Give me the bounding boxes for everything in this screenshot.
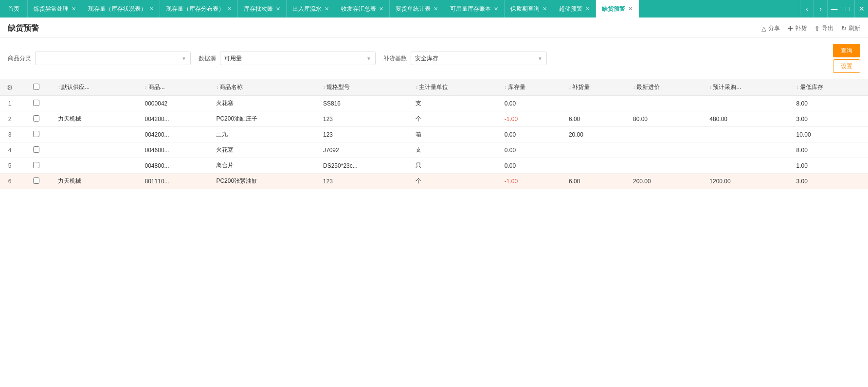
- row-checkbox-cell[interactable]: [19, 127, 53, 142]
- cell-replenish: [564, 142, 628, 158]
- tab-item-6[interactable]: 收发存汇总表✕: [335, 0, 390, 18]
- tab-item-3[interactable]: 现存量（库存分布表）✕: [160, 0, 238, 18]
- category-select[interactable]: ▼: [35, 52, 191, 65]
- window-maximize[interactable]: □: [841, 0, 854, 18]
- tab-label: 出入库流水: [292, 5, 322, 13]
- cell-min-stock: 3.00: [792, 111, 868, 127]
- query-button[interactable]: 查询: [833, 44, 860, 57]
- row-number: 1: [0, 96, 19, 111]
- datasource-filter-group: 数据源 可用量 ▼: [199, 52, 376, 65]
- sort-icon: ↕: [323, 85, 326, 90]
- cell-latest-price: [628, 127, 705, 142]
- tab-close-icon[interactable]: ✕: [434, 6, 438, 12]
- page-title: 缺货预警: [8, 23, 39, 34]
- th-replenish[interactable]: ↕补货量: [564, 79, 628, 96]
- cell-est-purchase: 1200.00: [705, 174, 791, 189]
- tab-close-icon[interactable]: ✕: [379, 6, 383, 12]
- sort-icon: ↕: [145, 85, 147, 90]
- tab-label: 现存量（库存分布表）: [166, 5, 224, 13]
- replenish-button[interactable]: ✚ 补货: [788, 24, 807, 33]
- tab-scroll-left[interactable]: ‹: [800, 0, 814, 18]
- window-close[interactable]: ✕: [854, 0, 868, 18]
- datasource-select[interactable]: 可用量 ▼: [220, 52, 376, 65]
- select-all-checkbox[interactable]: [33, 84, 39, 90]
- th-checkbox[interactable]: [19, 79, 53, 96]
- cell-spec: SS816: [318, 96, 411, 111]
- row-number: 4: [0, 142, 19, 158]
- tab-scroll-right[interactable]: ›: [814, 0, 827, 18]
- row-checkbox[interactable]: [33, 131, 39, 137]
- cell-unit: 支: [411, 142, 499, 158]
- tab-close-icon[interactable]: ✕: [149, 6, 154, 12]
- cell-goods-name: PC200张紧油缸: [211, 174, 318, 189]
- sort-icon: ↕: [709, 85, 712, 90]
- tab-item-4[interactable]: 库存批次账✕: [238, 0, 287, 18]
- cell-goods-code: 0000042: [140, 96, 212, 111]
- replenish-base-select[interactable]: 安全库存 ▼: [411, 52, 547, 65]
- tab-item-10[interactable]: 超储预警✕: [553, 0, 596, 18]
- tab-item-7[interactable]: 要货单统计表✕: [390, 0, 444, 18]
- settings-button[interactable]: 设置: [833, 59, 860, 73]
- th-goods-name[interactable]: ↕商品名称: [211, 79, 318, 96]
- export-button[interactable]: ⇧ 导出: [814, 24, 833, 33]
- tab-close-icon[interactable]: ✕: [542, 6, 547, 12]
- cell-min-stock: 8.00: [792, 96, 868, 111]
- row-checkbox-cell[interactable]: [19, 96, 53, 111]
- row-checkbox[interactable]: [33, 115, 39, 122]
- row-checkbox-cell[interactable]: [19, 158, 53, 174]
- th-spec[interactable]: ↕规格型号: [318, 79, 411, 96]
- row-checkbox[interactable]: [33, 146, 39, 153]
- tab-item-9[interactable]: 保质期查询✕: [505, 0, 553, 18]
- tab-label: 保质期查询: [510, 5, 540, 13]
- tab-item-8[interactable]: 可用量库存账本✕: [444, 0, 505, 18]
- row-checkbox-cell[interactable]: [19, 142, 53, 158]
- tab-item-11[interactable]: 缺货预警✕: [596, 0, 639, 18]
- tab-item-5[interactable]: 出入库流水✕: [287, 0, 335, 18]
- th-supplier[interactable]: ↕默认供应...: [53, 79, 140, 96]
- table-row: 5 004800... 离合片 DS250*23c... 只 0.00 1.00: [0, 158, 868, 174]
- column-settings-icon[interactable]: ⚙: [7, 84, 13, 91]
- tab-close-icon[interactable]: ✕: [276, 6, 280, 12]
- category-label: 商品分类: [8, 54, 31, 63]
- row-checkbox[interactable]: [33, 177, 39, 184]
- th-goods-code[interactable]: ↕商品...: [140, 79, 212, 96]
- row-checkbox-cell[interactable]: [19, 111, 53, 127]
- window-minimize[interactable]: —: [827, 0, 841, 18]
- cell-goods-name: 火花塞: [211, 142, 318, 158]
- cell-supplier: [53, 142, 140, 158]
- tab-close-icon[interactable]: ✕: [227, 6, 232, 12]
- cell-stock: 0.00: [500, 158, 564, 174]
- tab-close-icon[interactable]: ✕: [494, 6, 498, 12]
- replenish-base-label: 补货基数: [383, 54, 407, 63]
- share-button[interactable]: △ 分享: [761, 24, 780, 33]
- th-latest-price[interactable]: ↕最新进价: [628, 79, 705, 96]
- cell-goods-name: 三九: [211, 127, 318, 142]
- cell-latest-price: [628, 142, 705, 158]
- tab-close-icon[interactable]: ✕: [325, 6, 329, 12]
- tab-close-icon[interactable]: ✕: [72, 6, 76, 12]
- tab-item-2[interactable]: 现存量（库存状况表）✕: [82, 0, 160, 18]
- th-stock[interactable]: ↕库存量: [500, 79, 564, 96]
- th-est-purchase[interactable]: ↕预计采购...: [705, 79, 791, 96]
- table-row: 3 004200... 三九 123 箱 0.00 20.00 10.00: [0, 127, 868, 142]
- cell-goods-code: 801110...: [140, 174, 212, 189]
- tab-close-icon[interactable]: ✕: [628, 6, 633, 12]
- category-filter-group: 商品分类 ▼: [8, 52, 191, 65]
- th-unit[interactable]: ↕主计量单位: [411, 79, 499, 96]
- replenish-base-filter-group: 补货基数 安全库存 ▼: [383, 52, 547, 65]
- tab-close-icon[interactable]: ✕: [585, 6, 590, 12]
- tab-item-0[interactable]: 首页: [0, 0, 28, 18]
- datasource-value: 可用量: [224, 54, 366, 63]
- tab-item-1[interactable]: 炼货异常处理✕: [28, 0, 82, 18]
- share-icon: △: [761, 25, 766, 32]
- tab-nav-buttons: ‹ › — □ ✕: [800, 0, 868, 18]
- th-settings[interactable]: ⚙: [0, 79, 19, 96]
- refresh-button[interactable]: ↻ 刷新: [841, 24, 860, 33]
- row-checkbox-cell[interactable]: [19, 174, 53, 189]
- cell-stock: -1.00: [500, 111, 564, 127]
- row-checkbox[interactable]: [33, 100, 39, 106]
- cell-replenish: [564, 158, 628, 174]
- th-min-stock[interactable]: ↕最低库存: [792, 79, 868, 96]
- tab-label: 要货单统计表: [396, 5, 431, 13]
- row-checkbox[interactable]: [33, 162, 39, 168]
